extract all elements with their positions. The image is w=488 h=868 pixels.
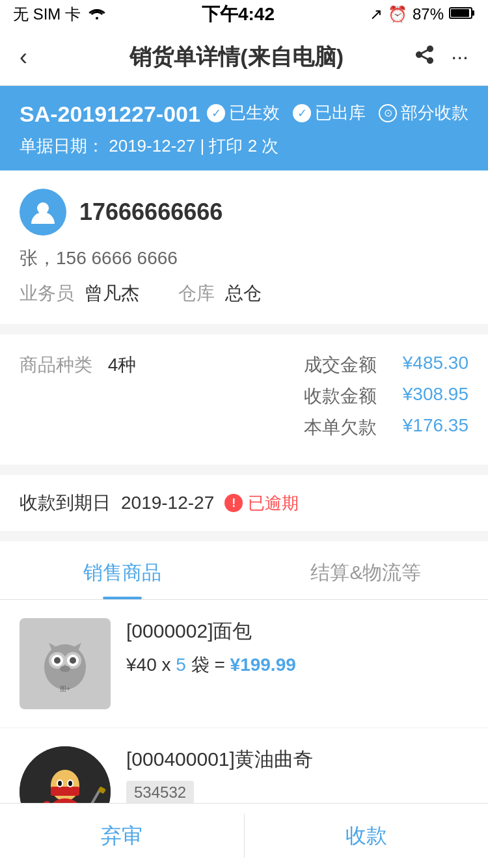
stats-row: 商品种类 4种 成交金额 ¥485.30 收款金额 ¥308.95 本单欠款 ¥… <box>20 353 468 446</box>
more-icon[interactable]: ··· <box>451 45 468 69</box>
due-date-section: 收款到期日 2019-12-27 ! 已逾期 <box>0 475 488 531</box>
cancel-button[interactable]: 弃审 <box>0 804 244 868</box>
product-kinds: 商品种类 4种 <box>20 353 136 377</box>
product-name-1: [0000002]面包 <box>126 618 468 645</box>
warehouse-info: 仓库 总仓 <box>178 281 262 306</box>
confirm-button[interactable]: 收款 <box>245 804 489 868</box>
svg-point-10 <box>70 657 76 664</box>
share-icon[interactable] <box>414 44 435 70</box>
received-amount-line: 收款金额 ¥308.95 <box>304 384 468 409</box>
tab-settlement[interactable]: 结算&物流等 <box>244 541 488 599</box>
wifi-icon <box>87 5 107 23</box>
customer-name: 17666666666 <box>79 198 223 226</box>
staff-info: 业务员 曾凡杰 <box>20 281 139 306</box>
location-icon: ↗ <box>370 5 383 23</box>
check-icon-1: ✓ <box>207 104 225 122</box>
battery-icon <box>449 5 475 23</box>
status-partial-payment: ⊙ 部分收款 <box>379 102 468 124</box>
back-button[interactable]: ‹ <box>20 44 59 71</box>
status-bar-right: ↗ ⏰ 87% <box>370 5 475 23</box>
warehouse-label: 仓库 <box>178 281 215 306</box>
due-date-value: 2019-12-27 <box>121 493 214 513</box>
customer-row: 17666666666 <box>20 189 468 236</box>
svg-text:图+: 图+ <box>60 685 70 692</box>
product-image-1: 图+ <box>20 618 111 709</box>
overdue-icon: ! <box>224 494 243 512</box>
warehouse-value: 总仓 <box>225 281 262 306</box>
avatar <box>20 189 66 236</box>
product-info-1: [0000002]面包 ¥40 x 5 袋 = ¥199.99 <box>126 618 468 709</box>
svg-rect-2 <box>451 9 469 17</box>
order-header: SA-20191227-001 ✓ 已生效 ✓ 已出库 ⊙ 部分收款 单据日期：… <box>0 86 488 170</box>
staff-label: 业务员 <box>20 281 74 306</box>
status-tags: ✓ 已生效 ✓ 已出库 ⊙ 部分收款 <box>207 102 468 124</box>
customer-sub: 张，156 6666 6666 <box>20 246 468 271</box>
status-bar: 无 SIM 卡 下午4:42 ↗ ⏰ 87% <box>0 0 488 29</box>
status-effective: ✓ 已生效 <box>207 102 280 124</box>
customer-meta: 业务员 曾凡杰 仓库 总仓 <box>20 281 468 306</box>
status-bar-left: 无 SIM 卡 <box>13 4 107 25</box>
bottom-bar: 弃审 收款 <box>0 803 488 868</box>
battery-level: 87% <box>413 5 444 23</box>
page-title: 销货单详情(来自电脑) <box>129 42 344 72</box>
status-bar-time: 下午4:42 <box>202 2 275 27</box>
order-id: SA-20191227-001 <box>20 102 200 127</box>
due-date-label: 收款到期日 <box>20 491 111 515</box>
svg-point-11 <box>60 666 70 672</box>
svg-point-14 <box>51 770 79 801</box>
overdue-badge: ! 已逾期 <box>224 492 299 515</box>
overdue-text: 已逾期 <box>248 492 299 515</box>
customer-section: 17666666666 张，156 6666 6666 业务员 曾凡杰 仓库 总… <box>0 170 488 324</box>
financial-stats: 成交金额 ¥485.30 收款金额 ¥308.95 本单欠款 ¥176.35 <box>304 353 468 446</box>
product-sku-2: 534532 <box>126 781 194 804</box>
check-icon-2: ✓ <box>293 104 311 122</box>
alarm-icon: ⏰ <box>388 5 407 23</box>
product-price-1: ¥40 x 5 袋 = ¥199.99 <box>126 653 468 677</box>
svg-rect-15 <box>51 787 79 796</box>
debt-amount-line: 本单欠款 ¥176.35 <box>304 415 468 440</box>
sim-status: 无 SIM 卡 <box>13 4 81 25</box>
total-amount-line: 成交金额 ¥485.30 <box>304 353 468 377</box>
tabs: 销售商品 结算&物流等 <box>0 541 488 600</box>
product-name-2: [000400001]黄油曲奇 <box>126 746 468 773</box>
svg-rect-1 <box>472 10 474 16</box>
nav-actions: ··· <box>414 44 468 70</box>
stats-section: 商品种类 4种 成交金额 ¥485.30 收款金额 ¥308.95 本单欠款 ¥… <box>0 334 488 465</box>
svg-point-18 <box>58 781 62 786</box>
svg-point-9 <box>54 657 61 664</box>
nav-bar: ‹ 销货单详情(来自电脑) ··· <box>0 29 488 86</box>
clock-icon: ⊙ <box>379 104 397 122</box>
staff-value: 曾凡杰 <box>85 281 139 306</box>
product-item: 图+ [0000002]面包 ¥40 x 5 袋 = ¥199.99 <box>0 600 488 728</box>
svg-point-19 <box>68 781 72 786</box>
order-date-row: 单据日期： 2019-12-27 | 打印 2 次 <box>20 135 468 157</box>
tab-sales[interactable]: 销售商品 <box>0 541 244 599</box>
status-shipped: ✓ 已出库 <box>293 102 366 124</box>
